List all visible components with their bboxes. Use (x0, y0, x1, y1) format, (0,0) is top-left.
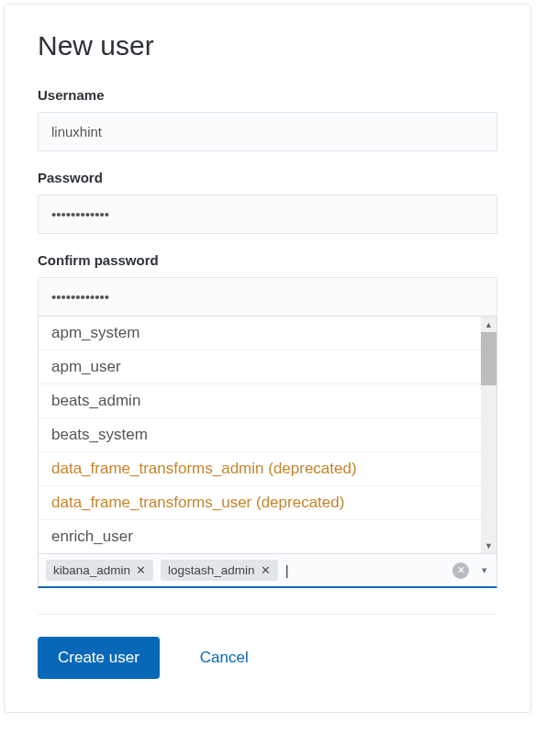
username-input[interactable] (38, 112, 497, 151)
scrollbar-track[interactable]: ▲ ▼ (481, 317, 496, 553)
form-actions: Create user Cancel (38, 637, 497, 679)
remove-tag-icon[interactable]: ✕ (136, 563, 146, 577)
create-user-button[interactable]: Create user (38, 637, 160, 679)
role-option[interactable]: enrich_user (39, 520, 496, 553)
roles-combobox[interactable]: kibana_admin✕logstash_admin✕| ✕ ▾ (38, 554, 497, 588)
page-title: New user (38, 30, 497, 61)
remove-tag-icon[interactable]: ✕ (261, 563, 271, 577)
divider (38, 614, 497, 615)
combobox-cursor[interactable]: | (285, 562, 445, 578)
roles-dropdown: apm_systemapm_userbeats_adminbeats_syste… (38, 316, 497, 554)
username-label: Username (38, 87, 497, 103)
role-option[interactable]: data_frame_transforms_admin (deprecated) (39, 452, 496, 486)
role-tag-label: kibana_admin (53, 563, 130, 577)
role-option[interactable]: beats_system (39, 418, 496, 452)
cancel-button[interactable]: Cancel (200, 649, 249, 667)
clear-icon[interactable]: ✕ (452, 562, 469, 579)
confirm-password-input[interactable] (38, 277, 497, 316)
role-option[interactable]: data_frame_transforms_user (deprecated) (39, 486, 496, 520)
scrollbar-thumb[interactable] (481, 332, 496, 385)
chevron-down-icon[interactable]: ▾ (482, 564, 487, 576)
scroll-up-icon[interactable]: ▲ (481, 317, 496, 332)
scroll-down-icon[interactable]: ▼ (481, 538, 496, 553)
confirm-password-label: Confirm password (38, 252, 497, 268)
password-input[interactable] (38, 195, 497, 234)
role-tag: kibana_admin✕ (46, 560, 153, 581)
new-user-form: New user Username Password Confirm passw… (4, 4, 531, 713)
password-label: Password (38, 170, 497, 185)
role-tag-label: logstash_admin (168, 563, 255, 577)
roles-dropdown-list: apm_systemapm_userbeats_adminbeats_syste… (39, 317, 496, 553)
role-option[interactable]: apm_user (39, 350, 496, 384)
role-tag: logstash_admin✕ (161, 560, 278, 581)
role-option[interactable]: beats_admin (39, 384, 496, 418)
role-option[interactable]: apm_system (39, 317, 496, 350)
